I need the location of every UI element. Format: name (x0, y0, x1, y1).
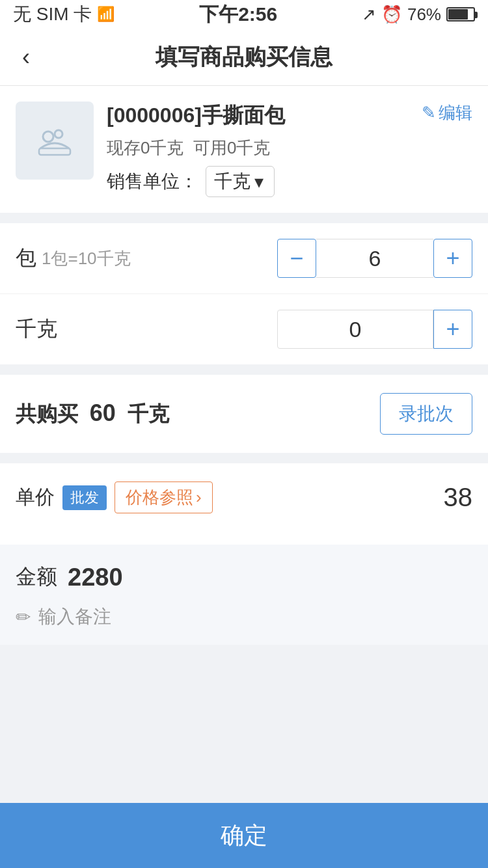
product-name: [0000006]手撕面包 (107, 102, 472, 130)
carrier-text: 无 SIM 卡 (13, 2, 92, 27)
product-stock: 现存0千克 可用0千克 (107, 137, 472, 159)
quantity-section: 包 1包=10千克 − + 千克 0 + (0, 223, 488, 364)
qty-controls-bao: − + (277, 239, 472, 278)
location-icon: ↗ (362, 5, 376, 25)
price-ref-button[interactable]: 价格参照 › (115, 481, 213, 513)
qty-sublabel-bao: 1包=10千克 (42, 247, 131, 270)
price-label: 单价 (16, 484, 55, 511)
qty-label-kg: 千克 (16, 315, 57, 344)
product-card: [0000006]手撕面包 现存0千克 可用0千克 销售单位： 千克 ▾ ✎ 编… (0, 86, 488, 213)
svg-rect-2 (39, 148, 70, 155)
status-right: ↗ ⏰ 76% (362, 5, 475, 25)
total-section: 共购买 60 千克 录批次 (0, 375, 488, 453)
product-info: [0000006]手撕面包 现存0千克 可用0千克 销售单位： 千克 ▾ (107, 102, 472, 197)
amount-row: 金额 2280 (16, 563, 472, 591)
remark-row[interactable]: ✏ 输入备注 (16, 604, 472, 645)
qty-controls-kg: 0 + (277, 310, 472, 349)
amount-label: 金额 (16, 563, 57, 591)
quantity-row-bao: 包 1包=10千克 − + (0, 223, 488, 294)
batch-button[interactable]: 录批次 (380, 393, 472, 435)
qty-decrease-bao[interactable]: − (277, 239, 316, 278)
status-left: 无 SIM 卡 📶 (13, 2, 115, 27)
wifi-icon: 📶 (97, 6, 115, 23)
qty-increase-kg[interactable]: + (433, 310, 472, 349)
product-image (16, 102, 94, 180)
svg-point-1 (55, 130, 62, 138)
qty-input-bao[interactable] (316, 239, 433, 278)
status-time: 下午2:56 (199, 1, 277, 28)
pencil-icon: ✏ (16, 606, 31, 628)
amount-value: 2280 (68, 563, 123, 591)
edit-button[interactable]: ✎ 编辑 (422, 102, 472, 124)
unit-label: 销售单位： (107, 169, 198, 194)
price-badge: 批发 (62, 485, 107, 510)
unit-dropdown[interactable]: 千克 ▾ (206, 166, 275, 197)
price-row: 单价 批发 价格参照 › 38 (16, 481, 472, 513)
nav-bar: ‹ 填写商品购买信息 (0, 29, 488, 86)
confirm-button-label: 确定 (221, 820, 267, 852)
product-unit-row: 销售单位： 千克 ▾ (107, 166, 472, 197)
svg-point-0 (43, 131, 53, 142)
remark-placeholder: 输入备注 (38, 604, 111, 629)
qty-label-bao: 包 (16, 244, 36, 273)
battery-icon (446, 7, 475, 21)
edit-icon: ✎ (422, 103, 436, 123)
confirm-bar[interactable]: 确定 (0, 803, 488, 868)
back-button[interactable]: ‹ (16, 37, 36, 77)
status-bar: 无 SIM 卡 📶 下午2:56 ↗ ⏰ 76% (0, 0, 488, 29)
chevron-down-icon: ▾ (254, 171, 264, 193)
price-value: 38 (444, 483, 473, 512)
chevron-right-icon: › (196, 487, 202, 508)
qty-increase-bao[interactable]: + (433, 239, 472, 278)
qty-input-field-bao[interactable] (316, 239, 433, 277)
amount-section: 金额 2280 ✏ 输入备注 (0, 545, 488, 645)
price-section: 单价 批发 价格参照 › 38 (0, 463, 488, 545)
total-text: 共购买 60 千克 (16, 400, 169, 429)
battery-percent: 76% (407, 5, 441, 25)
qty-value-kg[interactable]: 0 (277, 310, 433, 349)
quantity-row-kg: 千克 0 + (0, 294, 488, 364)
page-title: 填写商品购买信息 (156, 42, 332, 72)
alarm-icon: ⏰ (381, 5, 402, 25)
price-label-row: 单价 批发 价格参照 › (16, 481, 213, 513)
